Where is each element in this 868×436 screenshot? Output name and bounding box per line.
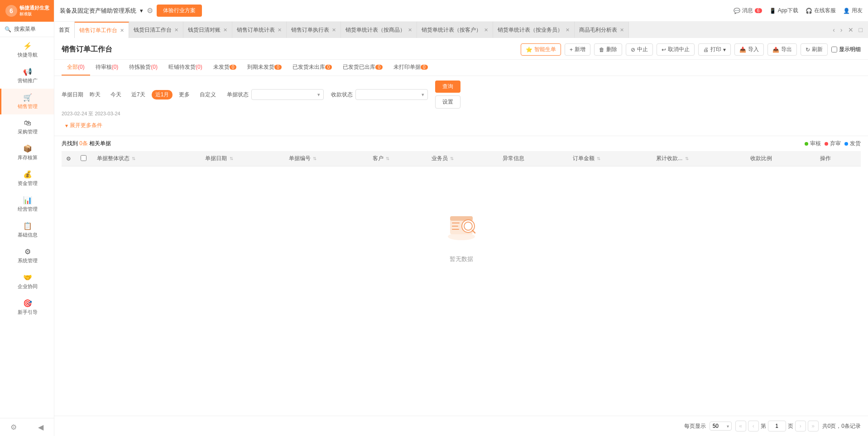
tab-sales-stats-product[interactable]: 销货单统计表（按商品） ✕ — [341, 22, 417, 38]
select-all-checkbox[interactable] — [81, 155, 86, 161]
page-size-select[interactable]: 10 20 50 100 — [710, 422, 732, 431]
sidebar-item-sales[interactable]: 🛒 销售管理 — [0, 89, 54, 114]
app-download-item[interactable]: 📱 App下载 — [769, 7, 798, 14]
sidebar-item-basic[interactable]: 📋 基础信息 — [0, 217, 54, 243]
tab-home[interactable]: 首页 — [54, 22, 75, 38]
date-option-today[interactable]: 今天 — [107, 90, 125, 100]
tab-close-exec[interactable]: ✕ — [332, 27, 336, 33]
tab-sales-stats-staff[interactable]: 销货单统计表（按业务员） ✕ — [493, 22, 575, 38]
tab-close-margin[interactable]: ✕ — [620, 27, 624, 33]
expand-conditions-button[interactable]: ▾ 展开更多条件 — [62, 120, 861, 131]
subtab-pending-review[interactable]: 待审核(0) — [90, 60, 124, 76]
tab-close-cash-daily[interactable]: ✕ — [174, 27, 178, 33]
col-staff: 业务员 ⇅ — [427, 151, 498, 166]
tab-cash-goods-reconcile[interactable]: 钱货日清对账 ✕ — [183, 22, 232, 38]
subtab-shipped-not-out[interactable]: 已发货未出库0 — [287, 60, 338, 76]
batch-ship-button[interactable]: 发货 — [844, 140, 861, 147]
page-last-button[interactable]: » — [808, 421, 819, 431]
sidebar-item-purchase[interactable]: 🛍 采购管理 — [0, 114, 54, 140]
customer-sort-icon[interactable]: ⇅ — [386, 156, 389, 161]
export-button[interactable]: 📤 导出 — [767, 43, 797, 56]
tab-close-staff[interactable]: ✕ — [566, 27, 570, 33]
sidebar: 6 畅捷通好生意 标准版 🔍 搜索菜单 ⚡ 快捷导航 📢 营销推广 🛒 销售管理… — [0, 0, 54, 436]
stop-button[interactable]: ⊘ 中止 — [626, 43, 653, 56]
payment-select[interactable] — [355, 89, 428, 100]
tab-close-customer[interactable]: ✕ — [484, 27, 488, 33]
tab-close-cash-goods[interactable]: ✕ — [223, 27, 227, 33]
import-button[interactable]: 📥 导入 — [734, 43, 764, 56]
tab-maximize[interactable]: □ — [857, 25, 864, 34]
col-status: 单据整体状态 ⇅ — [92, 151, 201, 166]
tab-sales-order-workspace[interactable]: 销售订单工作台 ✕ — [75, 22, 129, 38]
subtab-pending-inspect[interactable]: 待拣验货(0) — [124, 60, 163, 76]
user-item[interactable]: 👤 用友 — [843, 7, 863, 14]
add-button[interactable]: + 新增 — [565, 43, 590, 56]
sidebar-item-inventory[interactable]: 📦 库存核算 — [0, 140, 54, 166]
tab-product-margin[interactable]: 商品毛利分析表 ✕ — [575, 22, 629, 38]
status-select[interactable] — [251, 89, 324, 100]
date-option-1month[interactable]: 近1月 — [152, 90, 173, 100]
subtab-not-shipped[interactable]: 未发货0 — [208, 60, 242, 76]
settings-bottom-icon[interactable]: ⚙ — [10, 423, 17, 431]
tab-close-stats[interactable]: ✕ — [278, 27, 282, 33]
page-prev-button[interactable]: ‹ — [748, 421, 759, 431]
filter-settings-button[interactable]: 设置 — [435, 95, 460, 109]
sidebar-item-system[interactable]: ⚙ 系统管理 — [0, 243, 54, 269]
date-sort-icon[interactable]: ⇅ — [230, 156, 233, 161]
tab-close-sales-order[interactable]: ✕ — [120, 28, 124, 33]
tab-sales-order-stats[interactable]: 销售订单统计表 ✕ — [232, 22, 287, 38]
industry-plan-button[interactable]: 体验行业方案 — [157, 5, 202, 17]
number-sort-icon[interactable]: ⇅ — [313, 156, 317, 161]
sidebar-item-finance[interactable]: 💰 资金管理 — [0, 166, 54, 191]
column-settings-icon[interactable]: ⚙ — [66, 156, 71, 162]
message-item[interactable]: 💬 消息 6 — [734, 7, 762, 14]
show-detail-checkbox[interactable] — [831, 47, 837, 52]
cancel-review-dot — [825, 142, 828, 146]
smart-generate-button[interactable]: ⭐ 智能生单 — [521, 43, 561, 56]
collapse-icon[interactable]: ◀ — [38, 423, 43, 431]
query-button[interactable]: 查询 — [435, 81, 460, 93]
topbar-settings-icon[interactable]: ⚙ — [147, 6, 153, 15]
subtab-shipped-out[interactable]: 已发货已出库0 — [337, 60, 388, 76]
table-scroll-container[interactable]: ⚙ 单据整体状态 ⇅ 单据日期 ⇅ — [62, 151, 861, 166]
status-sort-icon[interactable]: ⇅ — [132, 156, 135, 161]
sidebar-item-enterprise[interactable]: 🤝 企业协同 — [0, 269, 54, 294]
tab-sales-stats-customer[interactable]: 销货单统计表（按客户） ✕ — [417, 22, 493, 38]
tab-scroll-left[interactable]: ‹ — [831, 25, 837, 34]
amount-sort-icon[interactable]: ⇅ — [597, 156, 600, 161]
show-detail-checkbox-wrapper[interactable]: 显示明细 — [831, 46, 861, 53]
date-option-yesterday[interactable]: 昨天 — [86, 90, 104, 100]
sidebar-item-marketing[interactable]: 📢 营销推广 — [0, 63, 54, 89]
staff-sort-icon[interactable]: ⇅ — [450, 156, 454, 161]
tab-scroll-right[interactable]: › — [839, 25, 844, 34]
collected-sort-icon[interactable]: ⇅ — [685, 156, 689, 161]
page-first-button[interactable]: « — [735, 421, 746, 431]
date-option-7days[interactable]: 近7天 — [128, 90, 149, 100]
export-icon: 📤 — [772, 47, 779, 53]
subtab-not-printed[interactable]: 未打印单据0 — [388, 60, 433, 76]
subtab-all[interactable]: 全部(0) — [62, 60, 90, 76]
status-filter: 单据状态 — [227, 89, 324, 100]
sidebar-item-quick-nav[interactable]: ⚡ 快捷导航 — [0, 37, 54, 63]
topbar-dropdown[interactable]: ▾ — [140, 7, 143, 14]
sidebar-item-operation[interactable]: 📊 经营管理 — [0, 191, 54, 217]
tab-close-all[interactable]: ✕ — [846, 25, 855, 34]
cancel-stop-button[interactable]: ↩ 取消中止 — [657, 43, 695, 56]
batch-review-button[interactable]: 审核 — [805, 140, 821, 147]
print-button[interactable]: 🖨 打印 ▾ — [698, 43, 731, 56]
batch-cancel-review-button[interactable]: 弃审 — [825, 140, 841, 147]
subtab-wangpu[interactable]: 旺铺待发货(0) — [163, 60, 208, 76]
search-menu[interactable]: 🔍 搜索菜单 — [0, 22, 54, 37]
page-next-button[interactable]: › — [795, 421, 806, 431]
tab-cash-daily[interactable]: 钱货日清工作台 ✕ — [129, 22, 183, 38]
date-option-more[interactable]: 更多 — [175, 90, 193, 100]
page-input[interactable] — [768, 421, 786, 431]
date-option-custom[interactable]: 自定义 — [196, 90, 220, 100]
refresh-button[interactable]: ↻ 刷新 — [801, 43, 828, 56]
tab-sales-order-exec[interactable]: 销售订单执行表 ✕ — [287, 22, 341, 38]
subtab-expired[interactable]: 到期未发货0 — [242, 60, 287, 76]
delete-button[interactable]: 🗑 删除 — [594, 43, 622, 56]
online-service-item[interactable]: 🎧 在线客服 — [806, 7, 836, 14]
tab-close-product[interactable]: ✕ — [408, 27, 412, 33]
sidebar-item-newbie[interactable]: 🎯 新手引导 — [0, 294, 54, 320]
